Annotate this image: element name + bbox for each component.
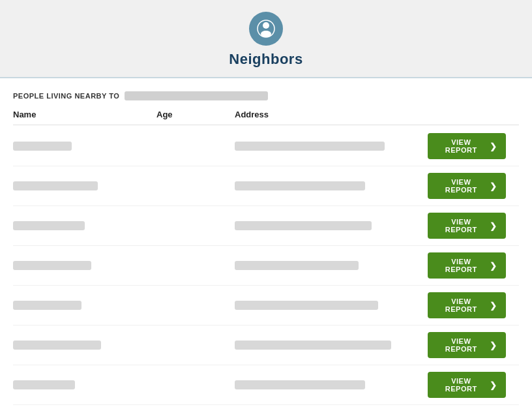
row-name-cell (13, 221, 156, 230)
name-blur-bar (13, 142, 72, 151)
address-blur-bar (235, 221, 372, 230)
view-report-label: VIEW REPORT (437, 297, 486, 313)
view-report-button[interactable]: VIEW REPORT ❯ (428, 173, 506, 199)
table-row: VIEW REPORT ❯ (13, 365, 519, 405)
page-title: Neighbors (229, 51, 303, 68)
chevron-right-icon: ❯ (490, 142, 497, 151)
address-blur-bar (235, 261, 359, 270)
table-row: VIEW REPORT ❯ (13, 166, 519, 206)
name-blur-bar (13, 341, 101, 350)
view-report-label: VIEW REPORT (437, 178, 486, 194)
table-row: VIEW REPORT ❯ (13, 286, 519, 326)
view-report-button[interactable]: VIEW REPORT ❯ (428, 252, 506, 279)
view-report-button[interactable]: VIEW REPORT ❯ (428, 332, 506, 358)
view-report-button[interactable]: VIEW REPORT ❯ (428, 133, 506, 159)
section-label: PEOPLE LIVING NEARBY TO (13, 91, 519, 100)
view-report-button[interactable]: VIEW REPORT ❯ (428, 213, 506, 239)
row-address-cell (235, 261, 428, 270)
col-header-address: Address (235, 110, 428, 119)
table-body: VIEW REPORT ❯ VIEW REPORT ❯ (13, 127, 519, 409)
address-blur-bar (235, 142, 385, 151)
svg-point-0 (263, 22, 269, 29)
row-action-cell: VIEW REPORT ❯ (428, 252, 519, 279)
row-address-cell (235, 380, 428, 389)
row-address-cell (235, 341, 428, 350)
table-row: VIEW REPORT ❯ (13, 127, 519, 166)
header-icon-circle (249, 12, 283, 46)
address-blur-bar (235, 341, 391, 350)
name-blur-bar (13, 221, 85, 230)
row-name-cell (13, 261, 156, 270)
chevron-right-icon: ❯ (490, 261, 497, 271)
row-address-cell (235, 221, 428, 230)
name-blur-bar (13, 301, 81, 310)
view-report-label: VIEW REPORT (437, 377, 486, 393)
row-action-cell: VIEW REPORT ❯ (428, 372, 519, 398)
row-name-cell (13, 142, 156, 151)
row-address-cell (235, 142, 428, 151)
table-row: VIEW REPORT ❯ (13, 326, 519, 365)
row-action-cell: VIEW REPORT ❯ (428, 133, 519, 159)
person-icon (256, 19, 276, 38)
view-report-label: VIEW REPORT (437, 337, 486, 353)
row-name-cell (13, 301, 156, 310)
chevron-right-icon: ❯ (490, 221, 497, 231)
view-report-button[interactable]: VIEW REPORT ❯ (428, 292, 506, 318)
chevron-right-icon: ❯ (490, 341, 497, 350)
chevron-right-icon: ❯ (490, 380, 497, 390)
row-address-cell (235, 181, 428, 190)
table-header: Name Age Address (13, 107, 519, 125)
row-address-cell (235, 301, 428, 310)
address-blur-bar (235, 380, 365, 389)
row-action-cell: VIEW REPORT ❯ (428, 332, 519, 358)
page-content: PEOPLE LIVING NEARBY TO Name Age Address (0, 78, 532, 409)
row-action-cell: VIEW REPORT ❯ (428, 292, 519, 318)
name-blur-bar (13, 261, 91, 270)
address-blur-bar (235, 181, 365, 190)
row-action-cell: VIEW REPORT ❯ (428, 173, 519, 199)
view-report-label: VIEW REPORT (437, 138, 486, 154)
view-report-label: VIEW REPORT (437, 218, 486, 234)
col-header-action (428, 110, 519, 119)
page-wrapper: Neighbors PEOPLE LIVING NEARBY TO Name A… (0, 0, 532, 409)
chevron-right-icon: ❯ (490, 301, 497, 311)
address-blur-bar (235, 301, 378, 310)
view-report-button[interactable]: VIEW REPORT ❯ (428, 372, 506, 398)
table-row: VIEW REPORT ❯ (13, 246, 519, 286)
row-name-cell (13, 380, 156, 389)
section-label-text: PEOPLE LIVING NEARBY TO (13, 92, 119, 100)
row-name-cell (13, 341, 156, 350)
row-action-cell: VIEW REPORT ❯ (428, 213, 519, 239)
name-blur-bar (13, 380, 75, 389)
view-report-label: VIEW REPORT (437, 258, 486, 273)
section-label-bar (125, 91, 268, 100)
table-row: VIEW REPORT ❯ (13, 405, 519, 409)
col-header-name: Name (13, 110, 156, 119)
table-row: VIEW REPORT ❯ (13, 206, 519, 246)
col-header-age: Age (156, 110, 235, 119)
name-blur-bar (13, 181, 98, 190)
page-header: Neighbors (0, 0, 532, 78)
chevron-right-icon: ❯ (490, 181, 497, 191)
row-name-cell (13, 181, 156, 190)
